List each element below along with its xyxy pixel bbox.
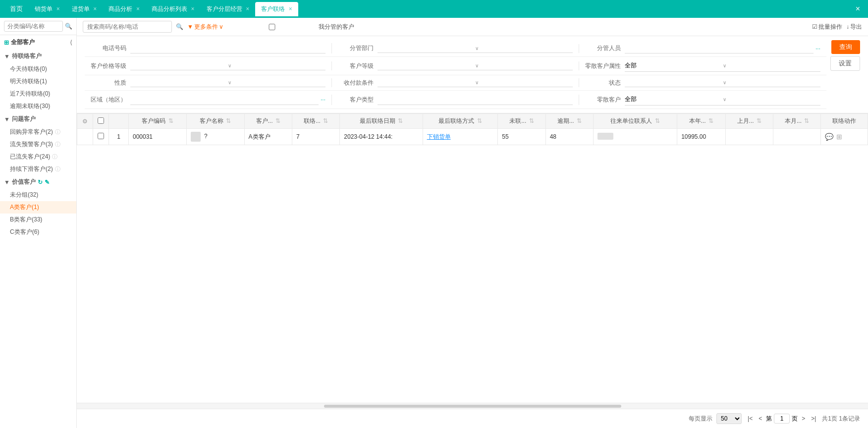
collapse-icon[interactable]: ⟨ — [70, 39, 72, 46]
td-checkbox — [93, 129, 109, 145]
sidebar-item-a-class[interactable]: A类客户(1) — [0, 201, 76, 214]
sidebar-item-declining[interactable]: 持续下滑客户(2) ⓘ — [0, 163, 76, 175]
manager-more-icon[interactable]: ··· — [815, 45, 820, 52]
more-filter-button[interactable]: ▼ 更多条件 ∨ — [187, 23, 223, 31]
close-analysis-list-tab[interactable]: × — [191, 5, 195, 12]
select-all-checkbox[interactable] — [98, 117, 104, 124]
page-number-input[interactable] — [774, 414, 790, 424]
refresh-icon[interactable]: ↻ — [38, 179, 43, 186]
sidebar-item-today[interactable]: 今天待联络(0) — [0, 63, 76, 75]
info-icon-churn[interactable]: ⓘ — [55, 141, 60, 148]
company-contact-placeholder — [597, 133, 613, 140]
my-customers-input[interactable] — [227, 24, 317, 30]
payment-select[interactable]: ∨ — [378, 78, 573, 87]
td-contact-count: 7 — [292, 129, 339, 145]
manager-input[interactable] — [625, 43, 814, 54]
contact-method-link[interactable]: 下销货单 — [427, 133, 451, 140]
sort-overdue-icon[interactable]: ⇅ — [577, 117, 582, 124]
sidebar-item-tomorrow[interactable]: 明天待联络(1) — [0, 75, 76, 88]
settings-button[interactable]: 设置 — [830, 56, 860, 71]
info-icon-repurchase[interactable]: ⓘ — [55, 128, 60, 136]
first-page-button[interactable]: |< — [746, 414, 755, 423]
nature-select[interactable]: ∨ — [130, 78, 326, 87]
query-button[interactable]: 查询 — [831, 40, 860, 54]
export-button[interactable]: ↓ 导出 — [846, 23, 862, 31]
value-customers-header[interactable]: ▼ 价值客户 ↻ ✎ — [0, 175, 76, 189]
close-sales-tab[interactable]: × — [56, 5, 60, 12]
th-cur-month: 本月... ⇅ — [773, 114, 821, 129]
nav-home[interactable]: 首页 — [4, 1, 29, 16]
nav-customer-tier[interactable]: 客户分层经营 × — [201, 2, 256, 16]
nav-customer-contact[interactable]: 客户联络 × — [255, 2, 298, 16]
problem-customers-header[interactable]: ▼ 问题客户 — [0, 112, 76, 126]
status-arrow: ∨ — [723, 80, 821, 85]
nav-analysis[interactable]: 商品分析 × — [103, 2, 146, 16]
sort-uncontacted-icon[interactable]: ⇅ — [529, 117, 534, 124]
table-settings-icon[interactable]: ⚙ — [82, 118, 88, 125]
status-select[interactable]: ∨ — [625, 78, 820, 87]
search-input[interactable] — [83, 21, 172, 33]
pending-contact-header[interactable]: ▼ 待联络客户 — [0, 50, 76, 63]
sort-method-icon[interactable]: ⇅ — [477, 117, 482, 124]
page-size-select[interactable]: 50 100 200 — [716, 413, 742, 424]
th-company-contact: 往来单位联系人 ⇅ — [594, 114, 677, 129]
th-contact-label: 联络... — [304, 117, 321, 124]
info-icon-declining[interactable]: ⓘ — [55, 165, 60, 173]
my-customers-checkbox[interactable]: 我分管的客户 — [227, 23, 354, 31]
filter-search-icon[interactable]: 🔍 — [176, 23, 183, 30]
edit-icon[interactable]: ✎ — [45, 179, 50, 186]
scrollbar-thumb[interactable] — [324, 405, 621, 408]
close-customer-contact-tab[interactable]: × — [289, 5, 292, 12]
last-page-button[interactable]: >| — [809, 414, 818, 423]
close-purchase-tab[interactable]: × — [93, 5, 97, 12]
window-close-button[interactable]: × — [852, 2, 864, 15]
nav-purchase[interactable]: 进货单 × — [66, 2, 103, 16]
close-analysis-tab[interactable]: × — [136, 5, 140, 12]
sidebar-item-churned[interactable]: 已流失客户(24) ⓘ — [0, 151, 76, 163]
next-page-button[interactable]: > — [800, 414, 807, 423]
sort-cur-month-icon[interactable]: ⇅ — [804, 117, 809, 124]
phone-label: 电话号码 — [91, 44, 130, 53]
nav-sales[interactable]: 销货单 × — [29, 2, 66, 16]
retail-attr-label: 零散客户属性 — [585, 62, 625, 70]
row-checkbox[interactable] — [98, 133, 104, 139]
horizontal-scrollbar[interactable] — [77, 403, 868, 409]
region-more-icon[interactable]: ··· — [321, 96, 326, 103]
sort-last-month-icon[interactable]: ⇅ — [757, 117, 761, 124]
sidebar-item-unclassified[interactable]: 未分组(32) — [0, 189, 76, 201]
pending-arrow-icon: ▼ — [4, 53, 10, 60]
region-input[interactable] — [130, 95, 319, 105]
sort-company-icon[interactable]: ⇅ — [655, 117, 660, 124]
sidebar-search-input[interactable] — [4, 21, 63, 32]
sidebar-search-icon[interactable]: 🔍 — [65, 23, 72, 30]
sort-type-icon[interactable]: ⇅ — [275, 117, 280, 124]
prev-page-button[interactable]: < — [757, 414, 764, 423]
message-action-icon[interactable]: 💬 — [825, 133, 833, 141]
right-actions: ☑ 批量操作 ↓ 导出 — [812, 23, 862, 31]
customer-level-select[interactable]: ∨ — [378, 61, 573, 70]
nav-analysis-list[interactable]: 商品分析列表 × — [146, 2, 201, 16]
sort-contact-icon[interactable]: ⇅ — [323, 117, 328, 124]
sidebar-item-repurchase[interactable]: 回购异常客户(2) ⓘ — [0, 126, 76, 138]
dept-select[interactable]: ∨ — [378, 44, 573, 53]
batch-operation-button[interactable]: ☑ 批量操作 — [812, 23, 842, 31]
retail-attr-select[interactable]: 全部 ∨ — [625, 60, 820, 72]
all-customers-header[interactable]: ⊞ 全部客户 ⟨ — [0, 35, 76, 50]
link-action-icon[interactable]: ⊞ — [836, 133, 842, 141]
close-customer-tier-tab[interactable]: × — [246, 5, 249, 12]
sidebar-item-c-class[interactable]: C类客户(6) — [0, 226, 76, 238]
retail-select[interactable]: 全部 ∨ — [625, 94, 820, 106]
customer-type-input[interactable] — [378, 95, 573, 105]
info-icon-churned[interactable]: ⓘ — [52, 153, 57, 160]
phone-input[interactable] — [130, 43, 326, 54]
price-level-select[interactable]: ∨ — [130, 61, 326, 70]
sort-year-icon[interactable]: ⇅ — [708, 117, 713, 124]
sidebar-item-7days[interactable]: 近7天待联络(0) — [0, 88, 76, 100]
sort-name-icon[interactable]: ⇅ — [226, 117, 231, 124]
sidebar-item-overdue[interactable]: 逾期未联络(30) — [0, 100, 76, 112]
sidebar-item-churn-warning[interactable]: 流失预警客户(3) ⓘ — [0, 138, 76, 151]
sort-code-icon[interactable]: ⇅ — [168, 117, 173, 124]
price-level-field: 客户价格等级 ∨ — [85, 61, 332, 70]
sort-date-icon[interactable]: ⇅ — [398, 117, 403, 124]
sidebar-item-b-class[interactable]: B类客户(33) — [0, 214, 76, 226]
